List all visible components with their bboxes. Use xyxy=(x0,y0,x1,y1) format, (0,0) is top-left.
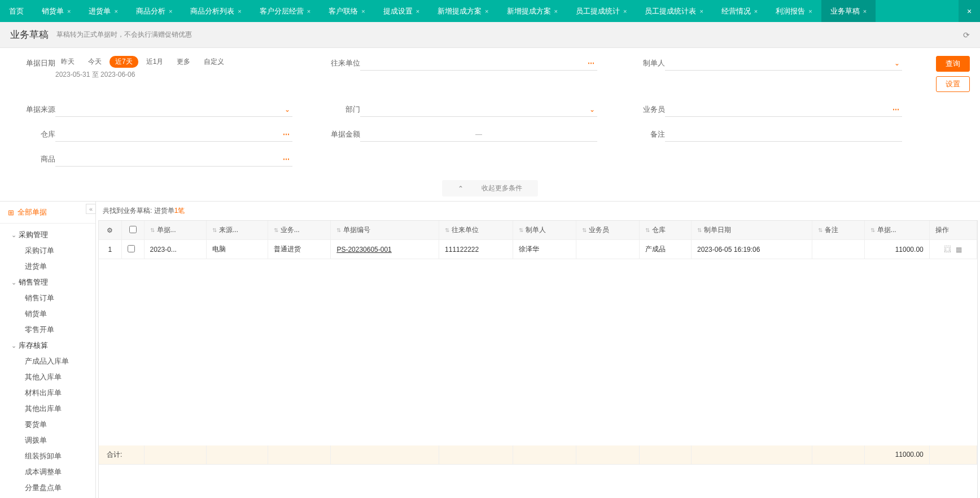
tab-new-commission2[interactable]: 新增提成方案× xyxy=(498,0,567,22)
tab-staff-commission-stat[interactable]: 员工提成统计× xyxy=(567,0,636,22)
chip-yesterday[interactable]: 昨天 xyxy=(55,56,80,68)
tree-group-sales[interactable]: 销售管理 xyxy=(0,274,95,290)
tree-item[interactable]: 材料出库单 xyxy=(0,385,95,401)
col-remark[interactable]: ⇅备注 xyxy=(812,221,864,240)
lookup-icon[interactable]: ⋯ xyxy=(893,106,900,113)
table-row[interactable]: 1 2023-0... 电脑 普通进货 PS-20230605-001 1111… xyxy=(99,240,977,259)
chip-custom[interactable]: 自定义 xyxy=(198,56,230,68)
tab-commission-setting[interactable]: 提成设置× xyxy=(374,0,428,22)
product-input[interactable]: ⋯ xyxy=(55,152,292,167)
remark-input[interactable] xyxy=(665,127,902,142)
close-icon[interactable]: × xyxy=(114,8,117,15)
tree-group-inventory[interactable]: 库存核算 xyxy=(0,338,95,353)
tree-item[interactable]: 分量盘点单 xyxy=(0,480,95,496)
sidebar-collapse-button[interactable]: « xyxy=(86,204,96,214)
collapse-filters-button[interactable]: ⌃收起更多条件 xyxy=(442,180,538,196)
tab-customer-tier[interactable]: 客户分层经营× xyxy=(251,0,320,22)
tree-group-funds[interactable]: 资金往来 xyxy=(0,496,95,498)
tree-item[interactable]: 调拨单 xyxy=(0,433,95,448)
chip-today[interactable]: 今天 xyxy=(82,56,107,68)
tab-purchase[interactable]: 进货单× xyxy=(80,0,126,22)
chevron-down-icon[interactable]: ⌄ xyxy=(589,106,595,113)
tab-home[interactable]: 首页 xyxy=(0,0,33,22)
tab-business-status[interactable]: 经营情况× xyxy=(712,0,767,22)
tab-product-analysis-list[interactable]: 商品分析列表× xyxy=(181,0,250,22)
close-icon[interactable]: × xyxy=(808,8,812,15)
filter-warehouse-label: 仓库 xyxy=(10,127,55,139)
tree-item[interactable]: 产成品入库单 xyxy=(0,353,95,369)
tree-item[interactable]: 销货单 xyxy=(0,306,95,322)
tree-item[interactable]: 成本调整单 xyxy=(0,464,95,480)
chip-7days[interactable]: 近7天 xyxy=(110,56,138,68)
row-checkbox[interactable] xyxy=(121,240,144,259)
close-icon[interactable]: × xyxy=(238,8,241,15)
tree-item[interactable]: 进货单 xyxy=(0,259,95,274)
chip-1month[interactable]: 近1月 xyxy=(141,56,169,68)
grid-icon: ⊞ xyxy=(8,208,14,217)
dept-select[interactable]: ⌄ xyxy=(360,102,597,117)
filter-salesperson-label: 业务员 xyxy=(620,102,665,115)
refresh-icon[interactable]: ⟳ xyxy=(963,30,970,40)
column-settings-button[interactable]: ⚙ xyxy=(99,221,121,240)
tree-item[interactable]: 其他出库单 xyxy=(0,401,95,417)
close-icon[interactable]: × xyxy=(416,8,419,15)
col-date[interactable]: ⇅单据... xyxy=(144,221,207,240)
chevron-down-icon[interactable]: ⌄ xyxy=(285,106,290,113)
close-icon[interactable]: × xyxy=(169,8,172,15)
col-salesperson[interactable]: ⇅业务员 xyxy=(576,221,640,240)
partner-input[interactable]: ⋯ xyxy=(360,56,597,71)
chevron-down-icon[interactable]: ⌄ xyxy=(894,59,900,67)
tab-customer-contact[interactable]: 客户联络× xyxy=(320,0,374,22)
docno-link[interactable]: PS-20230605-001 xyxy=(336,246,391,254)
close-icon[interactable]: × xyxy=(863,8,867,15)
tree-item[interactable]: 其他入库单 xyxy=(0,369,95,385)
tree-item[interactable]: 要货单 xyxy=(0,417,95,433)
settings-button[interactable]: 设置 xyxy=(936,76,970,92)
col-amount[interactable]: ⇅单据... xyxy=(864,221,929,240)
creator-input[interactable]: ⌄ xyxy=(665,56,902,71)
warehouse-input[interactable]: ⋯ xyxy=(55,127,292,142)
close-icon[interactable]: × xyxy=(485,8,488,15)
close-icon[interactable]: × xyxy=(754,8,758,15)
col-docno[interactable]: ⇅单据编号 xyxy=(331,221,439,240)
summary-label: 合计: xyxy=(99,445,144,465)
col-warehouse[interactable]: ⇅仓库 xyxy=(639,221,691,240)
qrcode-icon[interactable]: ▦ xyxy=(956,246,962,254)
col-createtime[interactable]: ⇅制单日期 xyxy=(692,221,812,240)
col-biztype[interactable]: ⇅业务... xyxy=(268,221,331,240)
col-creator[interactable]: ⇅制单人 xyxy=(513,221,576,240)
close-icon[interactable]: × xyxy=(67,8,71,15)
close-icon[interactable]: × xyxy=(623,8,627,15)
tree-group-purchase[interactable]: 采购管理 xyxy=(0,227,95,243)
close-all-button[interactable]: × xyxy=(959,0,980,22)
view-icon[interactable]: ⿴ xyxy=(944,246,951,254)
query-button[interactable]: 查询 xyxy=(936,56,970,72)
tab-draft[interactable]: 业务草稿× xyxy=(821,0,876,22)
tree-item[interactable]: 零售开单 xyxy=(0,322,95,338)
cell-biztype: 普通进货 xyxy=(268,240,331,259)
col-source[interactable]: ⇅来源... xyxy=(207,221,268,240)
amount-range-input[interactable]: — xyxy=(360,127,597,142)
lookup-icon[interactable]: ⋯ xyxy=(283,155,290,163)
lookup-icon[interactable]: ⋯ xyxy=(283,130,290,138)
tab-profit-report[interactable]: 利润报告× xyxy=(767,0,821,22)
chip-more[interactable]: 更多 xyxy=(171,56,196,68)
cell-amount: 11000.00 xyxy=(864,240,929,259)
tab-product-analysis[interactable]: 商品分析× xyxy=(127,0,181,22)
sidebar-head[interactable]: ⊞ 全部单据 xyxy=(0,202,95,224)
close-icon[interactable]: × xyxy=(361,8,365,15)
close-icon[interactable]: × xyxy=(554,8,558,15)
tab-staff-commission-table[interactable]: 员工提成统计表× xyxy=(636,0,712,22)
col-partner[interactable]: ⇅往来单位 xyxy=(439,221,513,240)
tree-item[interactable]: 销售订单 xyxy=(0,290,95,306)
source-select[interactable]: ⌄ xyxy=(55,102,292,117)
tab-new-commission1[interactable]: 新增提成方案× xyxy=(428,0,497,22)
tab-sales[interactable]: 销货单× xyxy=(33,0,80,22)
salesperson-input[interactable]: ⋯ xyxy=(665,102,902,117)
select-all-checkbox[interactable] xyxy=(121,221,144,240)
close-icon[interactable]: × xyxy=(307,8,310,15)
tree-item[interactable]: 组装拆卸单 xyxy=(0,448,95,464)
tree-item[interactable]: 采购订单 xyxy=(0,243,95,259)
lookup-icon[interactable]: ⋯ xyxy=(588,59,595,67)
close-icon[interactable]: × xyxy=(699,8,703,15)
